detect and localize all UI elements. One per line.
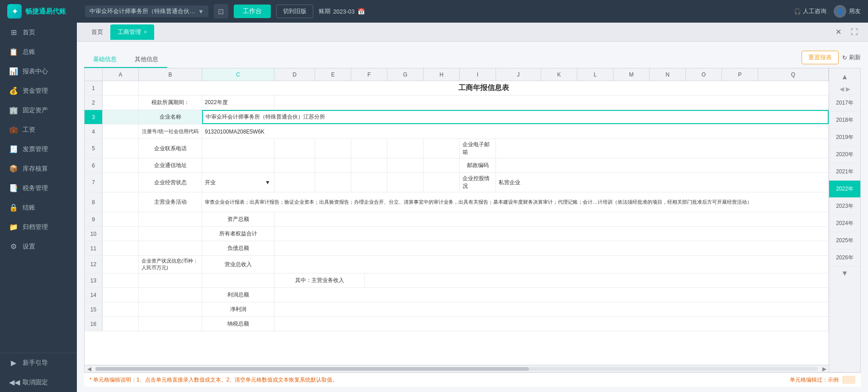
cell-5-b[interactable]: 企业联系电话: [139, 139, 202, 158]
panel-collapse-right[interactable]: ▶: [846, 86, 850, 92]
cell-6-g[interactable]: [387, 158, 424, 172]
year-item-2024[interactable]: 2024年: [829, 215, 860, 232]
sidebar-item-close[interactable]: 🔒 结账: [0, 198, 77, 217]
cell-7-g[interactable]: [387, 173, 424, 192]
sidebar-item-invoice[interactable]: 🧾 发票管理: [0, 139, 77, 159]
year-item-2018[interactable]: 2018年: [829, 112, 860, 129]
cell-9-label[interactable]: 资产总额: [202, 212, 274, 226]
year-item-2019[interactable]: 2019年: [829, 129, 860, 146]
cell-6-b[interactable]: 企业通信地址: [139, 158, 202, 172]
cell-5-g[interactable]: [387, 139, 424, 158]
sub-tab-other[interactable]: 其他信息: [126, 52, 167, 68]
sidebar-item-newuser[interactable]: ▶ 新手引导: [0, 353, 77, 373]
calendar-icon[interactable]: 📅: [358, 8, 365, 15]
cell-14-value[interactable]: [274, 288, 829, 302]
year-item-2026[interactable]: 2026年: [829, 249, 860, 267]
cell-16-b[interactable]: [139, 317, 202, 331]
cell-12-value[interactable]: [274, 256, 829, 273]
cell-10-value[interactable]: [274, 227, 829, 241]
cell-7-e[interactable]: [315, 173, 351, 192]
cell-2-b[interactable]: 税款所属期间：: [139, 96, 202, 110]
cell-9-value[interactable]: [274, 212, 829, 226]
sidebar-item-fund[interactable]: 💰 资金管理: [0, 81, 77, 100]
cell-14-b[interactable]: [139, 288, 202, 302]
cell-2-c[interactable]: 2022年度: [202, 96, 274, 110]
year-item-2017[interactable]: 2017年: [829, 95, 860, 112]
maximize-button[interactable]: ⛶: [848, 26, 861, 38]
cell-5-a[interactable]: [103, 139, 139, 158]
copy-button[interactable]: ⊡: [214, 4, 228, 19]
cell-16-value[interactable]: [274, 317, 829, 331]
company-selector[interactable]: 中审众环会计师事务所（特殊普通合伙… ▼: [85, 5, 208, 17]
cell-16-label[interactable]: 纳税总额: [202, 317, 274, 331]
sidebar-item-archive[interactable]: 📁 归档管理: [0, 217, 77, 237]
sub-tab-basic[interactable]: 基础信息: [84, 52, 126, 68]
sidebar-item-home[interactable]: ⊞ 首页: [0, 23, 77, 42]
cell-6-e[interactable]: [315, 158, 351, 172]
year-item-2023[interactable]: 2023年: [829, 198, 860, 215]
cell-6-f[interactable]: [351, 158, 387, 172]
cell-6-rest[interactable]: [496, 158, 829, 172]
cell-12-label[interactable]: 营业总收入: [202, 256, 274, 273]
cell-15-label[interactable]: 净利润: [202, 302, 274, 316]
cell-13-value[interactable]: [365, 273, 829, 287]
cell-14-a[interactable]: [103, 288, 139, 302]
cell-7-d[interactable]: [274, 173, 315, 192]
workbench-button[interactable]: 工作台: [234, 5, 271, 18]
cell-13-a[interactable]: [103, 273, 139, 287]
cell-10-b[interactable]: [139, 227, 202, 241]
year-panel-up[interactable]: ▲: [829, 70, 860, 84]
panel-collapse-left[interactable]: ◀: [840, 86, 844, 92]
cell-4-a[interactable]: [103, 124, 139, 139]
service-button[interactable]: 🎧 人工咨询: [794, 7, 826, 15]
cell-11-value[interactable]: [274, 241, 829, 255]
cell-13-c[interactable]: [202, 273, 274, 287]
cell-4-value[interactable]: 91320100MA208E5W6K: [202, 124, 829, 139]
cell-8-value[interactable]: 审查企业会计报表；出具审计报告；验证企业资本；出具验资报告；办理企业合开、分立、…: [202, 192, 829, 212]
cell-3-value[interactable]: 中审众环会计师事务所（特殊普通合伙）江苏分所: [202, 110, 829, 124]
cell-2-rest[interactable]: [274, 96, 829, 110]
cell-16-a[interactable]: [103, 317, 139, 331]
cell-11-label[interactable]: 负债总额: [202, 241, 274, 255]
cell-7-ownership[interactable]: 私营企业: [496, 173, 829, 192]
cell-5-e[interactable]: [315, 139, 351, 158]
cell-1-a[interactable]: [103, 81, 139, 95]
cell-6-a[interactable]: [103, 158, 139, 172]
sidebar-item-report[interactable]: 📊 报表中心: [0, 62, 77, 81]
cell-15-a[interactable]: [103, 302, 139, 316]
cell-12-b[interactable]: 企业资产状况信息(币种：人民币万元): [139, 256, 202, 273]
cell-6-d[interactable]: [274, 158, 315, 172]
switch-version-button[interactable]: 切到旧版: [276, 5, 313, 18]
cell-13-label[interactable]: 其中：主营业务收入: [274, 273, 365, 287]
cell-7-b[interactable]: 企业经营状态: [139, 173, 202, 192]
cell-10-a[interactable]: [103, 227, 139, 241]
tab-close-icon[interactable]: ×: [144, 29, 147, 35]
cell-5-rest[interactable]: [496, 139, 829, 158]
year-panel-down[interactable]: ▼: [829, 267, 860, 280]
cell-14-label[interactable]: 利润总额: [202, 288, 274, 302]
year-item-2020[interactable]: 2020年: [829, 146, 860, 163]
sidebar-item-tax[interactable]: 📑 税务管理: [0, 178, 77, 198]
cell-9-a[interactable]: [103, 212, 139, 226]
cell-10-label[interactable]: 所有者权益合计: [202, 227, 274, 241]
sidebar-item-unpin[interactable]: ◀◀ 取消固定: [0, 373, 77, 392]
horizontal-scrollbar[interactable]: ◀ ▶: [85, 365, 829, 372]
cell-5-h[interactable]: [424, 139, 460, 158]
cell-13-b[interactable]: [139, 273, 202, 287]
cell-5-j[interactable]: 企业电子邮箱: [460, 139, 496, 158]
cell-3-b[interactable]: 企业名称: [139, 110, 202, 124]
year-item-2022[interactable]: 2022年: [829, 181, 860, 198]
scroll-left-arrow[interactable]: ◀: [85, 365, 94, 373]
cell-6-j[interactable]: 邮政编码: [460, 158, 496, 172]
user-area[interactable]: 👤 用友: [834, 5, 861, 18]
scroll-thumb[interactable]: [95, 367, 529, 371]
tab-business-management[interactable]: 工商管理 ×: [110, 24, 154, 40]
cell-7-ownership-label[interactable]: 企业控股情况: [460, 173, 496, 192]
cell-15-value[interactable]: [274, 302, 829, 316]
cell-5-d[interactable]: [274, 139, 315, 158]
cell-15-b[interactable]: [139, 302, 202, 316]
cell-8-b[interactable]: 主营业务活动: [139, 192, 202, 212]
close-tab-button[interactable]: ✕: [832, 26, 844, 38]
cell-4-b[interactable]: 注册号/统一社会信用代码: [139, 124, 202, 139]
scroll-track[interactable]: [95, 367, 818, 371]
